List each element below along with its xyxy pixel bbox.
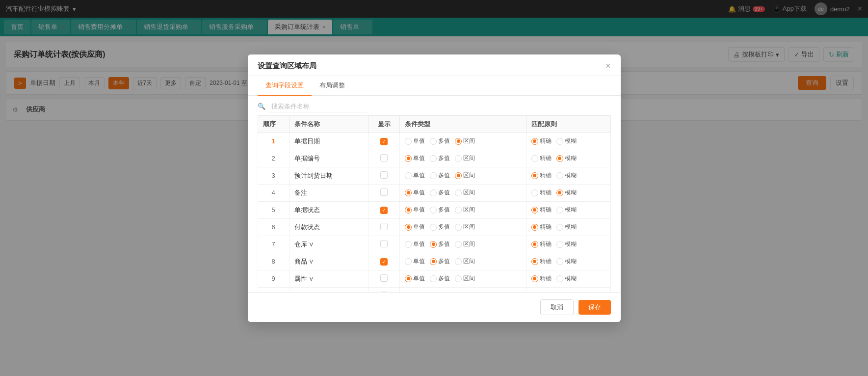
display-checkbox[interactable] xyxy=(380,188,388,196)
type-radio-item[interactable]: 区间 xyxy=(455,206,475,214)
display-checkbox[interactable] xyxy=(380,240,388,247)
type-radio-item[interactable]: 区间 xyxy=(455,171,475,180)
type-radio-item[interactable]: 单值 xyxy=(405,206,425,214)
row-display-cell[interactable] xyxy=(368,133,399,150)
type-radio-item[interactable]: 单值 xyxy=(405,137,425,145)
match-radio-item[interactable]: 模糊 xyxy=(556,171,577,180)
type-radio-group: 单值多值区间 xyxy=(405,171,521,180)
type-radio-item[interactable]: 区间 xyxy=(455,257,475,266)
radio-circle xyxy=(531,258,538,265)
th-order: 顺序 xyxy=(258,115,289,133)
radio-circle xyxy=(531,172,538,179)
radio-circle xyxy=(405,258,412,265)
radio-circle xyxy=(405,172,412,179)
match-radio-item[interactable]: 精确 xyxy=(531,223,552,231)
type-radio-item[interactable]: 单值 xyxy=(405,171,425,180)
display-checkbox[interactable] xyxy=(380,223,388,230)
type-radio-item[interactable]: 多值 xyxy=(430,240,450,248)
modal-table: 顺序 条件名称 显示 条件类型 匹配原则 1单据日期单值多值区间精确模糊2单据编… xyxy=(258,115,611,292)
match-radio-item[interactable]: 模糊 xyxy=(556,257,577,266)
type-radio-item[interactable]: 多值 xyxy=(430,257,450,266)
display-checkbox[interactable] xyxy=(380,274,388,282)
row-display-cell[interactable] xyxy=(368,201,399,218)
table-row: 1单据日期单值多值区间精确模糊 xyxy=(258,133,610,150)
radio-circle xyxy=(531,241,538,248)
display-checkbox[interactable] xyxy=(380,171,388,179)
row-display-cell[interactable] xyxy=(368,184,399,201)
row-type-cell: 单值多值区间 xyxy=(400,218,526,236)
row-type-cell: 单值多值区间 xyxy=(400,133,526,150)
match-radio-item[interactable]: 精确 xyxy=(531,206,552,214)
type-radio-item[interactable]: 区间 xyxy=(455,223,475,231)
cancel-button[interactable]: 取消 xyxy=(540,299,574,315)
radio-circle xyxy=(531,207,538,214)
row-display-cell[interactable] xyxy=(368,218,399,236)
match-radio-item[interactable]: 模糊 xyxy=(556,240,577,248)
type-radio-item[interactable]: 区间 xyxy=(455,154,475,162)
type-radio-item[interactable]: 多值 xyxy=(430,188,450,197)
radio-circle xyxy=(430,258,437,265)
row-display-cell[interactable] xyxy=(368,150,399,167)
save-button[interactable]: 保存 xyxy=(579,300,611,315)
match-radio-item[interactable]: 模糊 xyxy=(556,223,577,231)
type-radio-item[interactable]: 单值 xyxy=(405,240,425,248)
display-checkbox[interactable] xyxy=(380,207,388,214)
row-display-cell[interactable] xyxy=(368,253,399,270)
display-checkbox[interactable] xyxy=(380,154,388,161)
type-radio-item[interactable]: 区间 xyxy=(455,137,475,145)
type-radio-item[interactable]: 单值 xyxy=(405,274,425,283)
match-radio-item[interactable]: 精确 xyxy=(531,171,552,180)
match-radio-item[interactable]: 精确 xyxy=(531,257,552,266)
type-radio-item[interactable]: 区间 xyxy=(455,240,475,248)
match-radio-item[interactable]: 精确 xyxy=(531,274,552,283)
row-display-cell[interactable] xyxy=(368,270,399,287)
type-radio-item[interactable]: 单值 xyxy=(405,188,425,197)
match-radio-item[interactable]: 模糊 xyxy=(556,188,577,197)
type-radio-item[interactable]: 区间 xyxy=(455,274,475,283)
modal-close-button[interactable]: × xyxy=(605,61,611,70)
match-radio-item[interactable]: 精确 xyxy=(531,137,552,145)
type-radio-item[interactable]: 区间 xyxy=(455,188,475,197)
radio-circle xyxy=(556,275,563,282)
match-radio-item[interactable]: 精确 xyxy=(531,240,552,248)
match-radio-item[interactable]: 精确 xyxy=(531,154,552,162)
type-radio-item[interactable]: 单值 xyxy=(405,223,425,231)
row-display-cell[interactable] xyxy=(368,287,399,292)
display-checkbox[interactable] xyxy=(380,258,388,266)
match-radio-item[interactable]: 模糊 xyxy=(556,206,577,214)
tab-layout-adjust[interactable]: 布局调整 xyxy=(312,76,353,96)
modal-search-input[interactable] xyxy=(268,101,367,112)
type-radio-item[interactable]: 多值 xyxy=(430,223,450,231)
match-radio-item[interactable]: 模糊 xyxy=(556,137,577,145)
type-radio-item[interactable]: 多值 xyxy=(430,171,450,180)
type-radio-item[interactable]: 多值 xyxy=(430,154,450,162)
type-radio-item[interactable]: 多值 xyxy=(430,137,450,145)
row-order-gray: 4 xyxy=(272,189,275,196)
match-label: 精确 xyxy=(540,154,552,162)
type-radio-item[interactable]: 单值 xyxy=(405,257,425,266)
type-radio-group: 单值多值区间 xyxy=(405,137,521,145)
row-match-cell: 精确模糊 xyxy=(526,167,610,184)
row-type-cell: 单值多值区间 xyxy=(400,236,526,253)
row-display-cell[interactable] xyxy=(368,236,399,253)
row-order-gray: 8 xyxy=(272,258,275,265)
match-radio-item[interactable]: 模糊 xyxy=(556,154,577,162)
row-order-gray: 3 xyxy=(272,172,275,179)
type-radio-item[interactable]: 多值 xyxy=(430,274,450,283)
radio-label: 单值 xyxy=(413,154,425,162)
table-row: 7仓库 ∨单值多值区间精确模糊 xyxy=(258,236,610,253)
row-name-cell: 单据编号 xyxy=(289,150,368,167)
match-radio-item[interactable]: 模糊 xyxy=(556,274,577,283)
row-display-cell[interactable] xyxy=(368,167,399,184)
match-radio-item[interactable]: 精确 xyxy=(531,188,552,197)
type-radio-item[interactable]: 多值 xyxy=(430,206,450,214)
display-checkbox[interactable] xyxy=(380,138,388,145)
radio-label: 区间 xyxy=(463,137,475,145)
radio-circle xyxy=(455,172,462,179)
radio-circle xyxy=(556,258,563,265)
radio-label: 多值 xyxy=(438,240,450,248)
type-radio-item[interactable]: 单值 xyxy=(405,154,425,162)
tab-query-fields[interactable]: 查询字段设置 xyxy=(258,76,312,96)
radio-label: 区间 xyxy=(463,206,475,214)
row-type-cell: 单值多值区间 xyxy=(400,253,526,270)
